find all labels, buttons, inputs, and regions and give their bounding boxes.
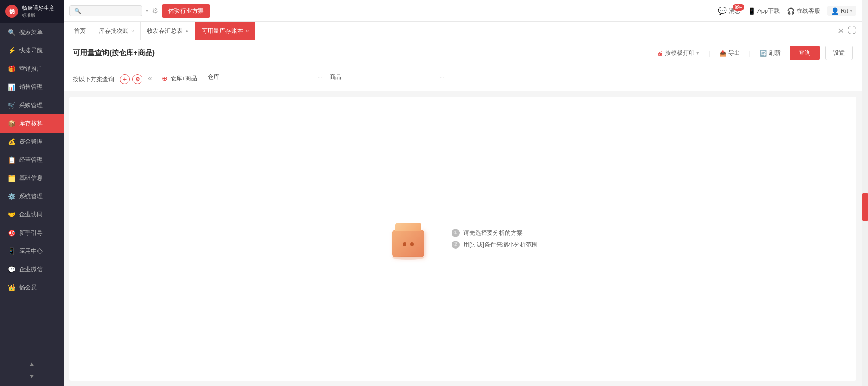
sidebar-item-label: 营销推广 — [19, 65, 43, 73]
scheme-warehouse-product[interactable]: ⊕ 仓库+商品 — [157, 72, 202, 85]
tabs-bar: 首页 库存批次账 × 收发存汇总表 × 可用量库存账本 × ✕ ⛶ — [64, 22, 862, 40]
scroll-down-btn[interactable]: ▼ — [0, 370, 64, 382]
filter-schemes: ⊕ 仓库+商品 — [157, 72, 202, 85]
main-area: 🔍 ▾ ⚙ 体验行业方案 💬 消息 99+ 📱 App下载 🎧 在线客服 👤 R — [64, 0, 862, 386]
chart-icon: 📊 — [7, 83, 15, 91]
sidebar-item-label: 基础信息 — [19, 174, 43, 182]
tab-expand-button[interactable]: ⛶ — [848, 26, 856, 36]
print-icon: 🖨 — [657, 50, 663, 57]
scheme-label: 仓库+商品 — [170, 74, 198, 82]
app-badge: 标准版 — [22, 12, 55, 19]
cart-icon: 🛒 — [7, 101, 15, 109]
tab-home[interactable]: 首页 — [67, 22, 92, 40]
sidebar-item-label: 销售管理 — [19, 83, 43, 91]
product-input[interactable] — [344, 72, 435, 82]
crown-icon: 👑 — [7, 283, 15, 292]
scheme-icon: ⊕ — [162, 75, 168, 82]
export-icon: 📤 — [719, 50, 726, 57]
empty-tip-2: ② 用[过滤]条件来缩小分析范围 — [452, 241, 538, 249]
gear-icon: ⚙️ — [7, 192, 15, 201]
sidebar-item-label: 采购管理 — [19, 101, 43, 109]
page-title: 可用量查询(按仓库+商品) — [73, 48, 155, 58]
search-icon: 🔍 — [74, 8, 81, 14]
sidebar-item-inventory[interactable]: 📦 库存核算 — [0, 114, 64, 133]
filter-collapse-button[interactable]: « — [148, 72, 152, 82]
tab-close-icon[interactable]: × — [185, 28, 188, 34]
filter-label: 按以下方案查询 — [73, 72, 114, 83]
refresh-icon: 🔄 — [760, 50, 767, 57]
warehouse-more-icon[interactable]: ··· — [316, 72, 324, 82]
sidebar-item-wechat[interactable]: 💬 企业微信 — [0, 260, 64, 278]
scroll-thumb[interactable] — [862, 193, 868, 221]
export-button[interactable]: 📤 导出 — [716, 47, 744, 59]
box-eye-left — [403, 242, 406, 246]
tab-label: 收发存汇总表 — [147, 27, 183, 35]
topbar-right: 💬 消息 99+ 📱 App下载 🎧 在线客服 👤 Rit ▾ — [718, 6, 856, 16]
sidebar-item-finance[interactable]: 💰 资金管理 — [0, 133, 64, 151]
product-label: 商品 — [330, 73, 341, 81]
sidebar-item-basic[interactable]: 🗂️ 基础信息 — [0, 169, 64, 187]
filter-add-button[interactable]: + — [120, 74, 130, 84]
sidebar-item-newbie[interactable]: 🎯 新手引导 — [0, 224, 64, 242]
topbar-gear-icon[interactable]: ⚙ — [152, 6, 158, 15]
user-menu-button[interactable]: 👤 Rit ▾ — [827, 6, 856, 16]
trial-button[interactable]: 体验行业方案 — [162, 4, 210, 18]
app-download-button[interactable]: 📱 App下载 — [748, 7, 780, 15]
app-label: App下载 — [757, 7, 780, 15]
target-icon: 🎯 — [7, 229, 15, 237]
settings-button[interactable]: 设置 — [825, 46, 853, 60]
tab-close-button[interactable]: ✕ — [838, 26, 844, 36]
sidebar-item-member[interactable]: 👑 畅会员 — [0, 278, 64, 297]
customer-service-button[interactable]: 🎧 在线客服 — [787, 7, 820, 15]
search-input[interactable] — [83, 8, 137, 14]
sidebar-item-sales[interactable]: 📊 销售管理 — [0, 78, 64, 96]
tip-num-1: ① — [452, 229, 460, 237]
message-button[interactable]: 💬 消息 99+ — [718, 6, 741, 15]
tab-available-ledger[interactable]: 可用量库存账本 × — [195, 22, 255, 40]
tab-close-icon[interactable]: × — [131, 28, 134, 34]
sidebar-item-ops[interactable]: 📋 经营管理 — [0, 151, 64, 169]
tabs-actions: ✕ ⛶ — [838, 26, 862, 36]
refresh-button[interactable]: 🔄 刷新 — [756, 47, 784, 59]
tab-inventory-summary[interactable]: 收发存汇总表 × — [141, 22, 195, 40]
sidebar-item-marketing[interactable]: 🎁 营销推广 — [0, 60, 64, 78]
handshake-icon: 🤝 — [7, 211, 15, 219]
scroll-up-btn[interactable]: ▲ — [0, 358, 64, 370]
sidebar-item-appcenter[interactable]: 📱 应用中心 — [0, 242, 64, 260]
warehouse-input[interactable] — [222, 72, 313, 82]
sidebar-item-search[interactable]: 🔍 搜索菜单 — [0, 23, 64, 41]
product-more-icon[interactable]: ··· — [438, 72, 446, 82]
filter-setting-button[interactable]: ⚙ — [132, 74, 142, 84]
query-button[interactable]: 查询 — [790, 46, 820, 60]
sidebar-item-shortcut[interactable]: ⚡ 快捷导航 — [0, 41, 64, 60]
sidebar-item-label: 新手引导 — [19, 229, 43, 237]
folder-icon: 🗂️ — [7, 174, 15, 182]
search-icon: 🔍 — [7, 28, 15, 36]
box-shadow — [392, 256, 424, 260]
sidebar-item-label: 系统管理 — [19, 192, 43, 201]
empty-illustration — [388, 216, 433, 262]
tab-batch-account[interactable]: 库存批次账 × — [92, 22, 141, 40]
sidebar-item-label: 快捷导航 — [19, 46, 43, 55]
empty-tip-1: ① 请先选择要分析的方案 — [452, 229, 538, 237]
sidebar-bottom: ▲ ▼ — [0, 354, 64, 386]
divider: | — [749, 50, 751, 57]
sidebar-item-purchase[interactable]: 🛒 采购管理 — [0, 96, 64, 114]
print-button[interactable]: 🖨 按模板打印 ▾ — [654, 47, 703, 59]
main-body: ① 请先选择要分析的方案 ② 用[过滤]条件来缩小分析范围 — [69, 97, 856, 381]
right-scrollbar[interactable] — [862, 0, 868, 386]
tab-close-icon[interactable]: × — [246, 28, 249, 34]
service-label: 在线客服 — [797, 7, 820, 15]
sidebar-scroll: 🔍 搜索菜单 ⚡ 快捷导航 🎁 营销推广 📊 销售管理 🛒 采购管理 📦 库存核… — [0, 23, 64, 354]
home-label: 首页 — [74, 27, 86, 35]
sidebar-item-system[interactable]: ⚙️ 系统管理 — [0, 187, 64, 206]
filter-actions: + ⚙ — [120, 72, 142, 84]
chevron-down-icon[interactable]: ▾ — [146, 8, 148, 14]
app-logo: 畅 — [5, 5, 18, 18]
tip-text-2: 用[过滤]条件来缩小分析范围 — [463, 241, 538, 249]
sidebar-item-enterprise[interactable]: 🤝 企业协同 — [0, 206, 64, 224]
topbar-search-wrapper[interactable]: 🔍 — [69, 5, 142, 16]
money-icon: 💰 — [7, 138, 15, 146]
page-actions: 🖨 按模板打印 ▾ | 📤 导出 | 🔄 刷新 查询 设置 — [654, 46, 853, 60]
mobile-icon: 📱 — [7, 247, 15, 255]
